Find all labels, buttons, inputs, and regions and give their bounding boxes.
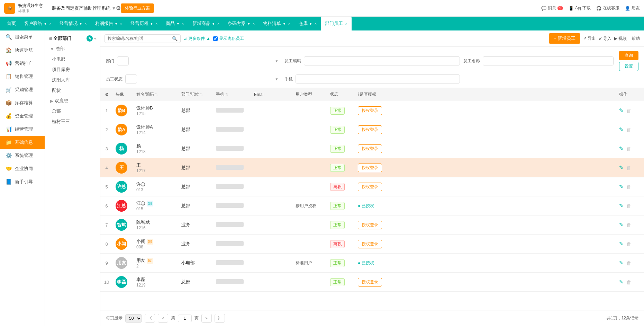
tab-profit-close[interactable]: × [120, 21, 122, 26]
tab-bom-close[interactable]: × [288, 21, 290, 26]
auth-button[interactable]: 授权登录 [358, 240, 382, 248]
delete-button[interactable]: 🗑 [626, 184, 632, 190]
tab-operations-close[interactable]: × [84, 21, 87, 26]
emp-code-input[interactable] [304, 56, 460, 65]
delete-button[interactable]: 🗑 [626, 260, 632, 266]
auth-button[interactable]: 授权登录 [358, 183, 382, 191]
last-page-button[interactable]: 》 [215, 314, 225, 323]
delete-button[interactable]: 🗑 [626, 222, 632, 228]
tab-barcode[interactable]: 条码方案▼× [224, 17, 259, 30]
tab-operations[interactable]: 经营情况▼× [55, 17, 91, 30]
dept-item-proj-room[interactable]: 项目库房 [45, 64, 100, 75]
search-box[interactable]: 🔍 [105, 34, 181, 43]
delete-button[interactable]: 🗑 [626, 127, 632, 133]
first-page-button[interactable]: 《 [145, 314, 155, 323]
tab-dept-emp[interactable]: 部门员工× [321, 17, 351, 30]
sidebar-item-quicknav[interactable]: 🏠 快速导航 [0, 44, 45, 57]
col-name[interactable]: 姓名/编码 [134, 88, 179, 101]
sidebar-item-system[interactable]: ⚙️ 系统管理 [0, 149, 45, 162]
tab-dept-emp-close[interactable]: × [345, 21, 347, 26]
edit-button[interactable]: ✎ [619, 222, 624, 228]
tab-warehouse[interactable]: 仓库▼× [294, 17, 321, 30]
tab-history[interactable]: 经营历程▼× [126, 17, 162, 30]
edit-button[interactable]: ✎ [619, 126, 624, 133]
dept-collapse-icon[interactable]: « [94, 36, 97, 41]
dept-item-shenyang[interactable]: 沈阳大库 [45, 75, 100, 85]
view-button[interactable]: ▶ 视频 [614, 36, 627, 42]
delete-button[interactable]: 🗑 [626, 241, 632, 247]
col-phone[interactable]: 手机 [213, 88, 251, 101]
edit-button[interactable]: ✎ [619, 146, 624, 152]
sidebar-item-basic[interactable]: 📁 基础信息 [0, 136, 45, 149]
dept-item-dual[interactable]: ▶ 双鹿想 [45, 96, 100, 106]
emp-status-select[interactable] [125, 74, 137, 83]
settings-button[interactable]: 设置 [619, 62, 638, 71]
show-resigned-input[interactable] [213, 36, 218, 41]
tab-goods[interactable]: 商品▼× [162, 17, 188, 30]
add-employee-button[interactable]: + 新增员工 [549, 33, 580, 44]
tab-barcode-close[interactable]: × [253, 21, 255, 26]
delete-button[interactable]: 🗑 [626, 108, 632, 114]
tab-home[interactable]: 首页 [3, 17, 20, 30]
tab-goods-close[interactable]: × [182, 21, 184, 26]
tab-bom[interactable]: 物料清单▼× [259, 17, 294, 30]
sidebar-item-marketing[interactable]: 📢 营销推广 [0, 57, 45, 70]
edit-button[interactable]: ✎ [619, 165, 624, 171]
tab-history-close[interactable]: × [155, 21, 157, 26]
sidebar-item-inventory[interactable]: 📦 库存核算 [0, 96, 45, 109]
delete-button[interactable]: 🗑 [626, 279, 632, 285]
delete-button[interactable]: 🗑 [626, 146, 632, 152]
tab-customer-close[interactable]: × [49, 21, 51, 26]
dept-item-plant[interactable]: 植树王三 [45, 116, 100, 127]
dept-item-total[interactable]: 总部 [45, 106, 100, 116]
sidebar-item-collab[interactable]: 🤝 企业协同 [0, 162, 45, 175]
export-button[interactable]: ↗ 导出 [583, 36, 596, 42]
sidebar-item-finance[interactable]: 💰 资金管理 [0, 109, 45, 123]
sidebar-item-sales[interactable]: 📋 销售管理 [0, 70, 45, 83]
auth-button[interactable]: 授权登录 [358, 106, 382, 115]
more-filter-button[interactable]: ⊿ 更多条件 ▲ [183, 36, 210, 42]
dept-select[interactable] [117, 56, 129, 65]
next-page-button[interactable]: ＞ [201, 314, 212, 323]
auth-button[interactable]: 授权登录 [358, 221, 382, 229]
gear-button[interactable]: ⚙ [116, 5, 121, 11]
auth-button[interactable]: 授权登录 [358, 278, 382, 287]
search-input[interactable] [108, 36, 172, 41]
dept-item-general[interactable]: ▼ 总部 [45, 44, 100, 54]
message-button[interactable]: 💬 消息 5 [541, 5, 563, 11]
sidebar-item-search[interactable]: 🔍 搜索菜单 [0, 30, 45, 44]
page-size-select[interactable]: 50 [125, 314, 142, 323]
query-button[interactable]: 查询 [619, 51, 638, 60]
edit-button[interactable]: ✎ [619, 203, 624, 209]
tab-new-goods[interactable]: 新增商品▼× [188, 17, 224, 30]
col-settings[interactable]: ⚙ [100, 88, 113, 101]
edit-button[interactable]: ✎ [619, 260, 624, 266]
delete-button[interactable]: 🗑 [626, 165, 632, 171]
auth-button[interactable]: 授权登录 [358, 144, 382, 153]
auth-button[interactable]: 授权登录 [358, 164, 382, 172]
tab-new-goods-close[interactable]: × [217, 21, 219, 26]
sidebar-item-bizmanage[interactable]: 📊 经营管理 [0, 123, 45, 136]
edit-button[interactable]: ✎ [619, 279, 624, 285]
import-button[interactable]: ↙ 导入 [599, 36, 611, 42]
page-input[interactable] [178, 315, 192, 322]
show-resigned-checkbox[interactable]: 显示离职员工 [213, 36, 244, 42]
app-download-button[interactable]: 📱 App下载 [569, 5, 591, 11]
phone-input[interactable] [296, 74, 460, 83]
edit-button[interactable]: ✎ [619, 241, 624, 247]
tab-profit[interactable]: 利润报告▼× [91, 17, 126, 30]
dept-item-small-elec[interactable]: 小电部 [45, 54, 100, 64]
sidebar-item-guide[interactable]: 📘 新手引导 [0, 175, 45, 188]
prev-page-button[interactable]: ＜ [158, 314, 168, 323]
edit-button[interactable]: ✎ [619, 184, 624, 190]
tab-customer[interactable]: 客户联络▼× [20, 17, 55, 30]
dept-edit-icon[interactable]: ✎ [87, 35, 93, 42]
col-dept[interactable]: 部门/职位 [179, 88, 213, 101]
user-menu[interactable]: 👤 用友 [625, 5, 640, 11]
sidebar-item-purchase[interactable]: 🛒 采购管理 [0, 83, 45, 96]
try-button[interactable]: 体验行业方案 [121, 3, 154, 13]
tab-warehouse-close[interactable]: × [315, 21, 317, 26]
delete-button[interactable]: 🗑 [626, 203, 632, 209]
auth-button[interactable]: 授权登录 [358, 125, 382, 134]
help-button[interactable]: | 帮助 [629, 36, 640, 42]
